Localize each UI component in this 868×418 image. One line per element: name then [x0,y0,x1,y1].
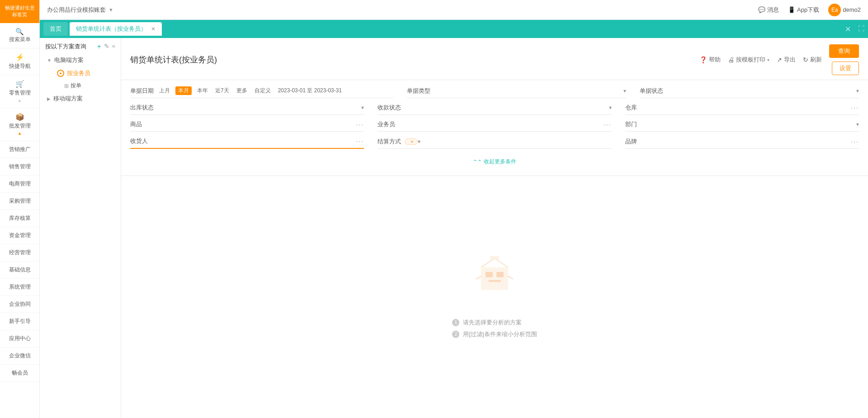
settings-button[interactable]: 设置 [832,62,859,75]
collapse-label: 收起更多条件 [484,158,516,166]
tree-mobile-arrow-icon: ▶ [47,96,51,101]
export-icon: ↗ [777,56,782,63]
main-area: 办公用品行业模拟账套 ▾ 💬 消息 📱 App下载 Ea demo2 首页 销货… [40,0,868,418]
sidebar-item-shortcuts[interactable]: ⚡ 快捷导航 [0,48,39,75]
brand-more-icon[interactable]: ··· [851,138,859,145]
print-icon: 🖨 [728,56,734,63]
tree-desktop-schemes[interactable]: ▼ 电脑端方案 [43,53,121,67]
print-label: 按模板打印 [736,56,765,64]
salesperson-more-icon[interactable]: ··· [604,121,612,128]
sidebar-item-purchase[interactable]: 采购管理 [0,193,39,210]
tab-home[interactable]: 首页 [43,22,68,36]
sidebar-item-system[interactable]: 系统管理 [0,279,39,296]
add-scheme-icon[interactable]: + [97,43,101,51]
refresh-button[interactable]: ↻ 刷新 [803,56,822,64]
empty-hints: 1 请先选择要分析的方案 2 用[过滤]条件来缩小分析范围 [452,317,537,340]
sidebar-item-finance[interactable]: 资金管理 [0,227,39,244]
sidebar-logo-text: 畅捷通好生意 标签页 [3,5,37,19]
sidebar-item-wechat[interactable]: 企业微信 [0,347,39,365]
message-label: 消息 [767,6,779,14]
sidebar-item-member[interactable]: 畅会员 [0,365,39,382]
payment-status-dropdown-icon[interactable]: ▾ [609,104,612,111]
filter-row-3: 商品 ··· 业务员 ··· 部门 ▾ [130,120,859,132]
filter-settlement: 结算方式 × ▾ [377,138,611,149]
sidebar-item-basics[interactable]: 基础信息 [0,261,39,279]
refresh-label: 刷新 [810,56,822,64]
warehouse-label: 仓库 [625,104,648,112]
date-tab-more[interactable]: 更多 [235,86,249,95]
order-type-dropdown-icon[interactable]: ▾ [623,88,626,94]
sidebar-item-marketing[interactable]: 营销推广 [0,141,39,158]
order-status-dropdown-icon[interactable]: ▾ [856,88,859,94]
settlement-dropdown-icon[interactable]: ▾ [418,138,420,145]
settlement-tag-remove[interactable]: × [410,139,413,144]
date-tab-group: 上月 本月 本年 近7天 更多 自定义 [157,86,273,95]
export-button[interactable]: ↗ 导出 [777,56,796,64]
consignee-more-icon[interactable]: ··· [356,138,364,145]
filter-row-2: 出库状态 ▾ 收款状态 ▾ 仓库 ··· [130,104,859,115]
filter-warehouse: 仓库 ··· [625,104,859,115]
sidebar-item-enterprise[interactable]: 企业协同 [0,296,39,313]
date-tab-custom[interactable]: 自定义 [253,86,273,95]
filter-out-status: 出库状态 ▾ [130,104,364,115]
sidebar-item-newuser[interactable]: 新手引导 [0,313,39,330]
department-dropdown-icon[interactable]: ▾ [856,121,859,128]
edit-scheme-icon[interactable]: ✎ [104,43,109,51]
order-type-label: 单据类型 [407,87,430,95]
product-more-icon[interactable]: ··· [356,121,364,128]
date-tab-thismonth[interactable]: 本月 [175,86,192,95]
collapse-panel-icon[interactable]: « [112,43,115,51]
department-label: 部门 [625,120,648,128]
right-content: 销货单统计表(按业务员) ❓ 帮助 🖨 按模板打印 ▾ ↗ 导出 [121,38,868,418]
sidebar-search[interactable]: 🔍 搜索菜单 [0,23,39,48]
sidebar-logo[interactable]: 畅捷通好生意 标签页 [0,0,39,23]
tab-close-icon[interactable]: ✕ [151,26,156,32]
page-content: 按以下方案查询 + ✎ « ▼ 电脑端方案 ● 按业务员 ⊞ 按 [40,38,868,418]
print-button[interactable]: 🖨 按模板打印 ▾ [728,56,769,64]
filter-order-status: 单据状态 ▾ [640,87,859,98]
filter-date: 单据日期 上月 本月 本年 近7天 更多 自定义 2023-03-01 至 20… [130,86,393,98]
help-label: 帮助 [709,56,721,64]
tree-mobile-label: 移动端方案 [53,95,83,103]
settlement-label: 结算方式 [377,138,401,146]
app-download-button[interactable]: 📱 App下载 [788,6,819,14]
left-panel-header: 按以下方案查询 + ✎ « [40,38,121,53]
query-button[interactable]: 查询 [829,44,859,58]
maximize-window-icon[interactable]: ⛶ [858,25,864,33]
collapse-button[interactable]: ⌃⌃ 收起更多条件 [473,158,516,166]
avatar: Ea [828,4,841,16]
tab-sales-stat[interactable]: 销货单统计表（按业务员） ✕ [70,22,162,36]
help-button[interactable]: ❓ 帮助 [699,56,721,64]
date-range-value: 2023-03-01 至 2023-03-31 [278,87,342,95]
tree-child-salesperson[interactable]: ● 按业务员 [43,67,121,80]
message-button[interactable]: 💬 消息 [758,6,779,14]
help-icon: ❓ [699,56,707,63]
svg-rect-2 [496,272,504,277]
date-tab-lastmonth[interactable]: 上月 [157,86,172,95]
svg-line-7 [476,276,481,279]
sidebar-item-inventory[interactable]: 库存核算 [0,210,39,227]
hint-item-2: 2 用[过滤]条件来缩小分析范围 [452,328,537,340]
out-status-dropdown-icon[interactable]: ▾ [361,104,364,111]
tabbar: 首页 销货单统计表（按业务员） ✕ ✕ ⛶ [40,20,868,38]
sidebar-item-appcenter[interactable]: 应用中心 [0,330,39,347]
company-dropdown-icon[interactable]: ▾ [109,6,113,13]
tree-mobile-schemes[interactable]: ▶ 移动端方案 [43,92,121,105]
close-window-icon[interactable]: ✕ [845,25,851,33]
tree-grandchild-order[interactable]: ⊞ 按单 [43,80,121,92]
warehouse-more-icon[interactable]: ··· [851,104,859,111]
sidebar-item-retail[interactable]: 🛒 零售管理 ▲ [0,75,39,108]
sidebar-item-sales[interactable]: 销售管理 [0,158,39,176]
sidebar-item-ecommerce[interactable]: 电商管理 [0,176,39,193]
user-menu[interactable]: Ea demo2 [828,4,861,16]
date-filter-label: 单据日期 [130,87,154,95]
sidebar-item-operations[interactable]: 经营管理 [0,244,39,261]
export-label: 导出 [784,56,796,64]
order-scheme-label: 按单 [71,82,81,90]
sidebar-item-wholesale[interactable]: 📦 批发管理 ▲ [0,108,39,141]
date-tab-7days[interactable]: 近7天 [213,86,231,95]
salesperson-label: 业务员 [377,120,400,128]
filter-department: 部门 ▾ [625,120,859,132]
date-tab-thisyear[interactable]: 本年 [195,86,210,95]
filter-row-4: 收货人 ··· 结算方式 × ▾ 品牌 [130,137,859,149]
